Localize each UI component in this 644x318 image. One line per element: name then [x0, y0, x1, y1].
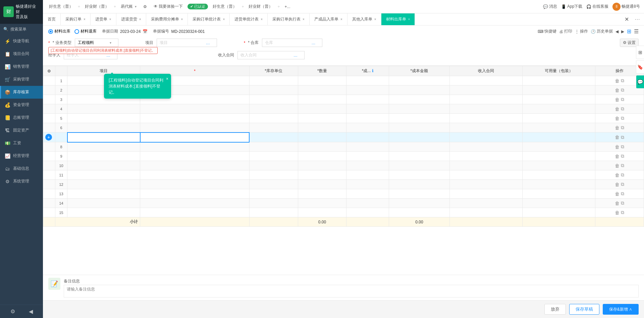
sidebar-search[interactable]: 🔍 搜索菜单 [0, 24, 43, 35]
radio-material-return[interactable]: 材料退库 [74, 29, 97, 34]
operations-btn[interactable]: ⋮ 操作 [575, 29, 588, 34]
print-btn[interactable]: 🖨 打印 [559, 29, 572, 34]
copy-row-btn[interactable]: ⧉ [621, 87, 624, 93]
tab-home[interactable]: 首页 [43, 13, 61, 25]
copy-row-btn[interactable]: ⧉ [621, 200, 624, 206]
income-contract-select[interactable]: 收入合同 … [237, 51, 305, 59]
sidebar-item-salary[interactable]: 💵 工资 [0, 137, 43, 150]
warehouse-link-icon[interactable]: … [311, 41, 315, 45]
history-btn[interactable]: 🕐 历史单据 [591, 29, 613, 34]
form-date-value[interactable]: 2023-03-24 [120, 29, 141, 34]
topbar-try-btn[interactable]: 👁 我要体验一下 [152, 2, 185, 11]
calendar-icon[interactable]: 📅 [143, 29, 148, 34]
tab-close-all[interactable]: ✕ [623, 15, 631, 23]
topbar-more[interactable]: +... [282, 3, 292, 10]
remarks-input[interactable] [64, 285, 639, 298]
sidebar-item-inventory[interactable]: 📦 库存核算 [0, 86, 43, 99]
project-link-icon[interactable]: … [206, 41, 210, 45]
topbar-app-download[interactable]: 📱 App下载 [561, 4, 582, 9]
sidebar-collapse-btn[interactable]: ◀ [29, 308, 33, 315]
tab-incoming-stats[interactable]: 进货单统计表 × [230, 13, 268, 25]
sidebar-settings-btn[interactable]: ⚙ [10, 308, 15, 315]
delete-row-btn[interactable]: 🗑 [615, 182, 620, 187]
topbar-nav-haoshengyi[interactable]: 好生意（普） [47, 2, 75, 11]
radio-material-outbound[interactable]: 材料出库 [48, 29, 70, 34]
copy-row-btn[interactable]: ⧉ [621, 191, 624, 197]
topbar-online-service[interactable]: 🎧 在线客服 [586, 4, 608, 9]
save-draft-btn[interactable]: 保存草稿 [569, 304, 599, 315]
copy-row-btn[interactable]: ⧉ [621, 78, 624, 84]
col-settings[interactable]: ⚙ [43, 66, 55, 76]
sidebar-item-assets[interactable]: 🏗 固定资产 [0, 124, 43, 137]
sidebar-item-accounting[interactable]: 📒 总账管理 [0, 111, 43, 124]
tab-material-outbound[interactable]: 材料出库单 × [381, 13, 415, 25]
sidebar-item-operations[interactable]: 📈 经营管理 [0, 150, 43, 162]
topbar-settings-icon[interactable]: ⚙ [141, 3, 149, 10]
shortcut-btn[interactable]: ⌨ 快捷键 [538, 29, 556, 34]
edge-icon-bookmark[interactable]: 🔖 [636, 60, 644, 74]
delete-row-btn[interactable]: 🗑 [615, 210, 620, 215]
tab-purchase-expense[interactable]: 采购费用分摊单 × [146, 13, 188, 25]
copy-row-btn[interactable]: ⧉ [621, 181, 624, 187]
delete-row-btn[interactable]: 🗑 [615, 78, 620, 84]
sidebar-item-purchase[interactable]: 🛒 采购管理 [0, 73, 43, 86]
delete-row-btn[interactable]: 🗑 [615, 116, 620, 121]
topbar-good-biz2[interactable]: 好生意（普） [211, 2, 239, 11]
view-mode-list[interactable]: ☰ [634, 28, 639, 35]
copy-row-btn[interactable]: ⧉ [621, 153, 624, 159]
sidebar-item-finance[interactable]: 💰 资金管理 [0, 99, 43, 111]
topbar-nav-haoyecai[interactable]: 好业财（普） [83, 2, 111, 11]
copy-row-btn[interactable]: ⧉ [621, 125, 624, 130]
topbar-user[interactable]: 8 畅捷通8号 [612, 3, 640, 11]
copy-row-btn[interactable]: ⧉ [621, 144, 624, 150]
copy-row-btn[interactable]: ⧉ [621, 163, 624, 168]
edge-icon-chat[interactable]: 💬 [636, 75, 644, 89]
tab-other-inbound[interactable]: 其他入库单 × [347, 13, 381, 25]
delete-row-btn[interactable]: 🗑 [615, 97, 620, 102]
delete-row-btn[interactable]: 🗑 [615, 191, 620, 197]
delete-row-btn[interactable]: 🗑 [615, 88, 620, 93]
delete-row-btn[interactable]: 🗑 [615, 154, 620, 159]
copy-row-btn[interactable]: ⧉ [621, 135, 624, 140]
delete-row-btn[interactable]: 🗑 [615, 144, 620, 150]
edge-icon-grid[interactable]: ⊞ [636, 46, 644, 59]
sidebar-item-quicknav[interactable]: ⚡ 快捷导航 [0, 35, 43, 48]
sidebar-item-basic[interactable]: 🗂 基础信息 [0, 162, 43, 175]
tab-incoming[interactable]: 进货单 × [91, 13, 116, 25]
delete-row-btn[interactable]: 🗑 [615, 172, 620, 178]
topbar-nav-yidaizhang[interactable]: 易代账 ▾ [119, 2, 139, 11]
copy-row-btn[interactable]: ⧉ [621, 210, 624, 215]
delete-row-btn[interactable]: 🗑 [615, 106, 620, 112]
sidebar-item-sales[interactable]: 📊 销售管理 [0, 60, 43, 73]
add-row-btn[interactable]: + [45, 134, 52, 141]
project-select[interactable]: 项目 … [157, 39, 217, 47]
business-type-select[interactable]: 工程领料 ▾ [75, 39, 118, 47]
sidebar-item-project[interactable]: 📋 项目合同 [0, 48, 43, 60]
copy-row-btn[interactable]: ⧉ [621, 115, 624, 121]
delete-row-btn[interactable]: 🗑 [615, 135, 620, 140]
tab-scroll-right[interactable]: ⋯ [631, 13, 644, 25]
tab-purchase-stats[interactable]: 采购订单统计表 × [188, 13, 230, 25]
tab-purchase-exec[interactable]: 采购订单执行表 × [268, 13, 310, 25]
serial-value[interactable]: MD-20230324-001 [171, 29, 205, 34]
delete-row-btn[interactable]: 🗑 [615, 125, 620, 130]
nav-next-btn[interactable]: ▶ [621, 29, 624, 34]
copy-row-btn[interactable]: ⧉ [621, 97, 624, 102]
tab-purchase-order[interactable]: 采购订单 × [61, 13, 91, 25]
discard-btn[interactable]: 放弃 [544, 304, 566, 315]
copy-row-btn[interactable]: ⧉ [621, 172, 624, 178]
topbar-message[interactable]: 💬 消息 [543, 4, 557, 9]
tooltip-close-btn[interactable]: × [166, 76, 168, 82]
copy-row-btn[interactable]: ⧉ [621, 106, 624, 112]
nav-prev-btn[interactable]: ◀ [615, 29, 619, 34]
delete-row-btn[interactable]: 🗑 [615, 201, 620, 206]
view-mode-grid[interactable]: ⊞ [627, 28, 631, 35]
income-contract-link-icon[interactable]: … [293, 53, 298, 58]
delete-row-btn[interactable]: 🗑 [615, 163, 620, 168]
save-new-btn[interactable]: 保存&新增 ∧ [603, 304, 639, 315]
topbar-haoyecai2[interactable]: 好业财（普） [247, 2, 275, 11]
cost-info-icon[interactable]: ℹ [372, 68, 374, 73]
tab-return-goods[interactable]: 进退货货 × [116, 13, 146, 25]
sidebar-item-system[interactable]: ⚙ 系统管理 [0, 175, 43, 188]
tab-finished-goods[interactable]: 产成品入库单 × [310, 13, 347, 25]
